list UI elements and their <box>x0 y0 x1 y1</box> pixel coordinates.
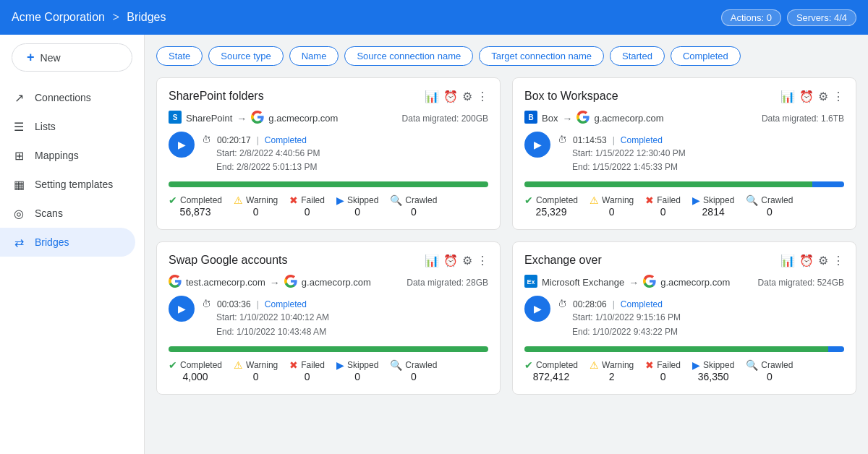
breadcrumb-separator: > <box>112 11 122 23</box>
servers-badge: Servers: 4/4 <box>787 9 856 26</box>
filter-source-connection[interactable]: Source connection name <box>344 46 473 66</box>
history-icon[interactable]: ⏰ <box>443 90 458 103</box>
play-button[interactable]: ▶ <box>524 296 550 322</box>
check-icon: ✔ <box>169 194 177 206</box>
stat-warning: ⚠ Warning 0 <box>590 194 634 218</box>
timing-details: ⏱ 00:20:17 | Completed Start: 2/8/2022 4… <box>202 132 320 174</box>
sidebar-item-scans[interactable]: ◎ Scans <box>0 199 135 228</box>
topbar-badges: Actions: 0 Servers: 4/4 <box>721 9 856 26</box>
sidebar-item-setting-templates[interactable]: ▦ Setting templates <box>0 170 135 199</box>
new-button[interactable]: + New <box>12 43 132 72</box>
play-button[interactable]: ▶ <box>169 296 195 322</box>
svg-text:B: B <box>528 113 533 121</box>
stat-warning-label: Warning <box>246 360 278 370</box>
filter-source-type[interactable]: Source type <box>208 46 283 66</box>
warning-icon: ⚠ <box>590 359 599 371</box>
stat-failed-value: 0 <box>305 206 310 218</box>
stat-skipped: ▶ Skipped 0 <box>336 194 378 218</box>
history-icon[interactable]: ⏰ <box>799 90 814 103</box>
stat-completed-value: 25,329 <box>536 206 567 218</box>
filter-started[interactable]: Started <box>610 46 665 66</box>
stat-warning-value: 0 <box>253 371 259 382</box>
stat-skipped-label: Skipped <box>703 195 734 205</box>
card-title: Box to Workspace <box>524 90 618 103</box>
play-button[interactable]: ▶ <box>169 132 195 158</box>
stat-completed: ✔ Completed 25,329 <box>524 194 578 218</box>
timing-play-row: ▶ ⏱ 00:03:36 | Completed Start: 1/10/202… <box>169 296 488 338</box>
stat-warning-label: Warning <box>602 360 634 370</box>
arrow-icon: → <box>629 277 639 288</box>
stat-failed-value: 0 <box>305 371 310 382</box>
chart-icon[interactable]: 📊 <box>780 90 795 103</box>
card-actions: 📊 ⏰ ⚙ ⋮ <box>780 90 844 103</box>
stat-completed-label: Completed <box>536 195 578 205</box>
sidebar-label-scans: Scans <box>35 207 63 219</box>
card-actions: 📊 ⏰ ⚙ ⋮ <box>425 90 488 103</box>
svg-text:S: S <box>173 113 178 121</box>
stat-failed-value: 0 <box>660 206 666 218</box>
stat-warning: ⚠ Warning 2 <box>590 359 634 382</box>
clock-icon: ⏱ <box>558 299 567 309</box>
history-icon[interactable]: ⏰ <box>443 254 458 267</box>
stat-warning-value: 0 <box>253 206 259 218</box>
card-swap-google-accounts: Swap Google accounts 📊 ⏰ ⚙ ⋮ test.acmeco… <box>156 241 501 394</box>
stat-crawled: 🔍 Crawled 0 <box>746 359 793 382</box>
svg-text:Ex: Ex <box>527 278 535 286</box>
error-icon: ✖ <box>645 194 654 206</box>
crawl-icon: 🔍 <box>746 359 758 371</box>
more-icon[interactable]: ⋮ <box>833 254 844 267</box>
bridges-icon: ⇄ <box>12 235 26 249</box>
target-brand-icon <box>251 111 264 126</box>
source-label: Microsoft Exchange <box>542 277 624 288</box>
settings-icon[interactable]: ⚙ <box>462 90 472 103</box>
more-icon[interactable]: ⋮ <box>477 90 488 103</box>
sidebar-item-bridges[interactable]: ⇄ Bridges <box>0 228 135 257</box>
more-icon[interactable]: ⋮ <box>477 254 488 267</box>
card-source-row: test.acmecorp.com → g.acmecorp.com Data … <box>169 275 488 290</box>
progress-bar <box>524 346 844 352</box>
check-icon: ✔ <box>524 194 533 206</box>
filter-completed[interactable]: Completed <box>671 46 741 66</box>
chart-icon[interactable]: 📊 <box>425 90 439 103</box>
breadcrumb-page: Bridges <box>127 11 166 23</box>
stat-failed: ✖ Failed 0 <box>289 359 325 382</box>
card-end-time: End: 1/15/2022 1:45:33 PM <box>572 160 686 174</box>
play-button[interactable]: ▶ <box>524 132 550 158</box>
chart-icon[interactable]: 📊 <box>425 254 439 267</box>
progress-bar <box>169 181 488 187</box>
sidebar-item-lists[interactable]: ☰ Lists <box>0 112 135 141</box>
card-start-time: Start: 1/10/2022 10:40:12 AM <box>216 311 329 325</box>
data-migrated: Data migrated: 524GB <box>758 278 844 288</box>
status-label: Completed <box>621 299 663 309</box>
timing-details: ⏱ 01:14:53 | Completed Start: 1/15/2022 … <box>558 132 686 174</box>
timing-play-row: ▶ ⏱ 00:28:06 | Completed Start: 1/10/202… <box>524 296 844 338</box>
stat-failed-label: Failed <box>301 195 325 205</box>
error-icon: ✖ <box>289 359 298 371</box>
actions-badge: Actions: 0 <box>721 9 781 26</box>
card-title: Swap Google accounts <box>169 254 288 267</box>
settings-icon[interactable]: ⚙ <box>462 254 472 267</box>
card-start-time: Start: 1/10/2022 9:15:16 PM <box>572 311 681 325</box>
chart-icon[interactable]: 📊 <box>780 254 795 267</box>
card-header: Swap Google accounts 📊 ⏰ ⚙ ⋮ <box>169 254 488 267</box>
stat-skipped-label: Skipped <box>703 360 734 370</box>
history-icon[interactable]: ⏰ <box>799 254 814 267</box>
stat-completed-value: 56,873 <box>180 206 211 218</box>
setting-templates-icon: ▦ <box>12 177 26 192</box>
sidebar-item-connections[interactable]: ↗ Connections <box>0 83 135 112</box>
timing-details: ⏱ 00:28:06 | Completed Start: 1/10/2022 … <box>558 296 681 338</box>
settings-icon[interactable]: ⚙ <box>818 90 828 103</box>
stat-completed-label: Completed <box>180 360 222 370</box>
more-icon[interactable]: ⋮ <box>833 90 844 103</box>
crawl-icon: 🔍 <box>390 359 402 371</box>
settings-icon[interactable]: ⚙ <box>818 254 828 267</box>
filter-name[interactable]: Name <box>289 46 339 66</box>
breadcrumb-company: Acme Corporation <box>12 11 105 23</box>
stat-warning-label: Warning <box>246 195 278 205</box>
card-timing: ⏱ 00:20:17 | Completed <box>202 134 320 145</box>
filter-state[interactable]: State <box>156 46 203 66</box>
sidebar-item-mappings[interactable]: ⊞ Mappings <box>0 141 135 170</box>
filter-target-connection[interactable]: Target connection name <box>479 46 604 66</box>
stat-skipped-value: 2814 <box>702 206 725 218</box>
warning-icon: ⚠ <box>590 194 599 206</box>
